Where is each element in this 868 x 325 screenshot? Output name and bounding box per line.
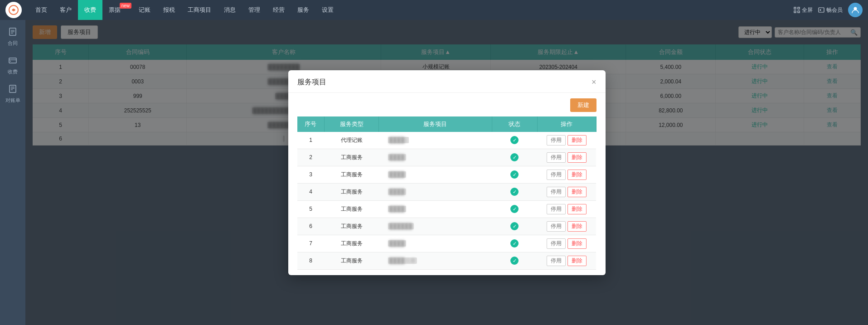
member-button[interactable]: 畅会员 xyxy=(818,6,843,14)
modal-cell-status: ✓ xyxy=(492,252,537,269)
delete-button[interactable]: 删除 xyxy=(567,204,587,214)
status-active-icon: ✓ xyxy=(510,170,519,179)
nav-business[interactable]: 工商项目 xyxy=(181,0,218,20)
modal-cell-type: 工商服务 xyxy=(325,200,379,218)
delete-button[interactable]: 删除 xyxy=(567,152,587,163)
service-items-modal: 服务项目 × 新建 序号 服务类型 服务项目 xyxy=(288,70,606,275)
modal-col-status: 状态 xyxy=(492,116,537,132)
status-active-icon: ✓ xyxy=(510,136,519,144)
new-badge: new xyxy=(120,3,131,9)
modal-cell-actions: 停用 删除 xyxy=(537,218,596,235)
list-item: 1 代理记账 ████1 ✓ 停用 删除 xyxy=(297,132,596,149)
stop-button[interactable]: 停用 xyxy=(547,204,566,214)
nav-tax[interactable]: 报税 xyxy=(157,0,181,20)
sidebar-item-label-fees: 收费 xyxy=(8,68,18,75)
delete-button[interactable]: 删除 xyxy=(567,221,587,232)
modal-cell-status: ✓ xyxy=(492,218,537,235)
list-item: 7 工商服务 ████ ✓ 停用 删除 xyxy=(297,235,596,252)
modal-cell-item: ██████ xyxy=(379,218,492,235)
delete-button[interactable]: 删除 xyxy=(567,135,587,146)
modal-cell-seq: 6 xyxy=(297,218,325,235)
modal-cell-actions: 停用 删除 xyxy=(537,149,596,166)
modal-cell-seq: 3 xyxy=(297,166,325,183)
modal-cell-status: ✓ xyxy=(492,132,537,149)
modal-cell-seq: 8 xyxy=(297,252,325,269)
stop-button[interactable]: 停用 xyxy=(547,238,566,249)
modal-col-action: 操作 xyxy=(537,116,596,132)
modal-title: 服务项目 xyxy=(297,78,326,87)
service-items-table: 序号 服务类型 服务项目 状态 操作 1 代理记账 ████1 ✓ 停用 xyxy=(297,116,596,270)
list-item: 8 工商服务 ████注册 ✓ 停用 删除 xyxy=(297,252,596,269)
svg-rect-4 xyxy=(798,11,800,13)
nav-message[interactable]: 消息 xyxy=(218,0,242,20)
status-active-icon: ✓ xyxy=(510,153,519,161)
nav-settings[interactable]: 设置 xyxy=(315,0,340,20)
modal-new-button[interactable]: 新建 xyxy=(570,98,596,112)
modal-cell-type: 工商服务 xyxy=(325,183,379,200)
stop-button[interactable]: 停用 xyxy=(547,256,566,266)
svg-rect-1 xyxy=(794,7,796,9)
svg-rect-12 xyxy=(9,58,16,63)
modal-cell-type: 工商服务 xyxy=(325,218,379,235)
nav-customer[interactable]: 客户 xyxy=(53,0,78,20)
sidebar-item-contract[interactable]: 合同 xyxy=(1,24,24,50)
modal-close-button[interactable]: × xyxy=(592,78,596,86)
right-controls: 全屏 畅会员 xyxy=(794,3,863,17)
delete-button[interactable]: 删除 xyxy=(567,187,587,197)
fullscreen-button[interactable]: 全屏 xyxy=(794,6,813,14)
nav-manage[interactable]: 管理 xyxy=(242,0,267,20)
sidebar-item-fees[interactable]: 收费 xyxy=(1,52,24,79)
modal-cell-type: 工商服务 xyxy=(325,149,379,166)
user-avatar[interactable] xyxy=(848,3,863,17)
status-active-icon: ✓ xyxy=(510,239,519,247)
nav-items: 首页 客户 收费 票据 new 记账 报税 工商项目 消息 管理 经营 xyxy=(29,0,794,20)
sidebar: 合同 收费 对账单 xyxy=(0,20,25,325)
modal-cell-item: ████ xyxy=(379,235,492,252)
list-item: 5 工商服务 ████ ✓ 停用 删除 xyxy=(297,200,596,218)
content-area: 新增 服务项目 进行中 🔍 序号 合同编码 xyxy=(25,20,868,325)
nav-home[interactable]: 首页 xyxy=(29,0,53,20)
list-item: 2 工商服务 ████ ✓ 停用 删除 xyxy=(297,149,596,166)
svg-rect-5 xyxy=(819,8,824,12)
modal-cell-item: ████ xyxy=(379,149,492,166)
modal-cell-seq: 4 xyxy=(297,183,325,200)
app-logo xyxy=(5,2,22,18)
status-active-icon: ✓ xyxy=(510,188,519,196)
modal-body: 新建 序号 服务类型 服务项目 状态 操作 xyxy=(288,93,606,275)
svg-point-6 xyxy=(820,10,821,11)
nav-bookkeeping[interactable]: 记账 xyxy=(132,0,157,20)
stop-button[interactable]: 停用 xyxy=(547,152,566,163)
sidebar-item-reconcile[interactable]: 对账单 xyxy=(1,81,24,107)
modal-col-type: 服务类型 xyxy=(325,116,379,132)
modal-cell-type: 工商服务 xyxy=(325,235,379,252)
modal-cell-seq: 1 xyxy=(297,132,325,149)
delete-button[interactable]: 删除 xyxy=(567,256,587,266)
modal-cell-actions: 停用 删除 xyxy=(537,183,596,200)
modal-cell-type: 代理记账 xyxy=(325,132,379,149)
sidebar-item-label-contract: 合同 xyxy=(8,40,18,47)
stop-button[interactable]: 停用 xyxy=(547,221,566,232)
status-active-icon: ✓ xyxy=(510,205,519,213)
nav-service[interactable]: 服务 xyxy=(291,0,315,20)
nav-fees[interactable]: 收费 xyxy=(78,0,102,20)
stop-button[interactable]: 停用 xyxy=(547,187,566,197)
list-item: 6 工商服务 ██████ ✓ 停用 删除 xyxy=(297,218,596,235)
modal-toolbar: 新建 xyxy=(297,98,596,112)
reconcile-icon xyxy=(8,84,17,96)
sidebar-item-label-reconcile: 对账单 xyxy=(5,97,20,104)
stop-button[interactable]: 停用 xyxy=(547,135,566,146)
delete-button[interactable]: 删除 xyxy=(567,170,587,180)
modal-table-wrap[interactable]: 序号 服务类型 服务项目 状态 操作 1 代理记账 ████1 ✓ 停用 xyxy=(297,116,596,270)
modal-cell-seq: 5 xyxy=(297,200,325,218)
modal-cell-item: ████ xyxy=(379,183,492,200)
modal-cell-status: ✓ xyxy=(492,235,537,252)
stop-button[interactable]: 停用 xyxy=(547,170,566,180)
nav-invoice[interactable]: 票据 new xyxy=(102,0,132,20)
fees-icon xyxy=(8,56,17,67)
modal-col-seq: 序号 xyxy=(297,116,325,132)
modal-cell-seq: 2 xyxy=(297,149,325,166)
modal-header: 服务项目 × xyxy=(288,70,606,93)
delete-button[interactable]: 删除 xyxy=(567,238,587,249)
modal-overlay: 服务项目 × 新建 序号 服务类型 服务项目 xyxy=(25,20,868,325)
nav-operation[interactable]: 经营 xyxy=(267,0,291,20)
